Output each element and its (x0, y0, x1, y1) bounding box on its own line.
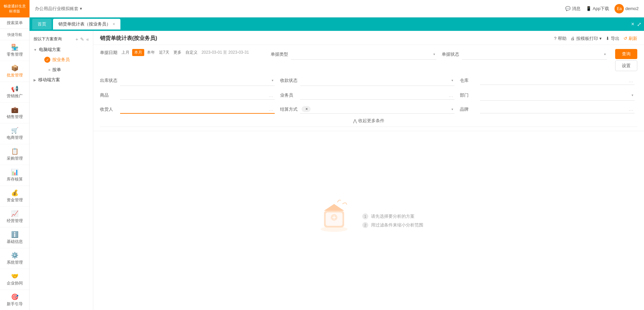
schema-by-doc[interactable]: ≡ 按单 (38, 65, 93, 75)
brand-more-icon[interactable]: … (629, 106, 633, 112)
outstatus-label: 出库状态 (100, 78, 117, 84)
settle-input-wrapper[interactable]: × ▾ (300, 105, 455, 114)
settle-method-tag-close[interactable]: × (306, 107, 308, 111)
refresh-icon: ↺ (624, 36, 627, 41)
sales-icon: 💼 (11, 106, 18, 113)
schema-by-salesperson-label: 按业务员 (52, 57, 70, 63)
message-button[interactable]: 💬 消息 (565, 6, 581, 12)
sidebar-item-sales[interactable]: 💼 销售管理 (0, 103, 29, 123)
mobile-schema-label: 移动端方案 (38, 77, 60, 83)
app-download-button[interactable]: 📱 App下载 (586, 6, 609, 12)
salesperson-more-icon[interactable]: … (448, 93, 453, 98)
empty-tip-2: 2 用过滤条件来缩小分析范围 (362, 222, 423, 228)
query-button[interactable]: 查询 (615, 49, 637, 59)
goods-input-wrapper[interactable]: … (120, 91, 275, 100)
sidebar-item-finance[interactable]: 💰 资金管理 (0, 186, 29, 207)
sidebar-item-newbie[interactable]: 🎯 新手引导 (0, 290, 29, 310)
refresh-button[interactable]: ↺ 刷新 (624, 36, 637, 42)
sidebar-item-sales-label: 销售管理 (7, 114, 23, 120)
filter-receiver-field: 收货人 … (100, 105, 277, 114)
collapse-button[interactable]: ⋀ 收起更多条件 (353, 118, 384, 124)
sub-item-icon: ≡ (48, 68, 50, 72)
receiver-input-wrapper[interactable]: … (120, 105, 275, 114)
industry-selector[interactable]: 办公用品行业模拟账套 ▾ (35, 6, 82, 12)
tab-close-icon[interactable]: × (113, 22, 115, 27)
page-title-bar: 销货单统计表(按业务员) ? 帮助 🖨 按模板打印 ▾ ⬇ 导出 (93, 31, 644, 45)
help-icon: ? (554, 36, 556, 41)
sidebar-item-wholesale[interactable]: 📦 批发管理 (0, 61, 29, 82)
filter-department-field: 部门 ▾ (457, 90, 637, 101)
export-button[interactable]: ⬇ 导出 (606, 36, 620, 42)
schema-active-badge: ✓ (44, 57, 50, 63)
sidebar-item-purchase-label: 采购管理 (7, 156, 23, 161)
pc-schema-group[interactable]: ▼ 电脑端方案 (30, 45, 93, 55)
receiptstatus-select[interactable] (302, 76, 452, 84)
page-actions: ? 帮助 🖨 按模板打印 ▾ ⬇ 导出 ↺ 刷新 (554, 36, 637, 42)
docstatus-select-wrapper[interactable]: ▾ (462, 49, 607, 60)
receiptstatus-label: 收款状态 (280, 78, 298, 84)
tab-active[interactable]: 销货单统计表（按业务员） × (53, 19, 120, 30)
date-btn-7days[interactable]: 近7天 (158, 49, 171, 56)
department-select-wrapper[interactable]: ▾ (480, 90, 635, 101)
page-title: 销货单统计表(按业务员) (100, 35, 157, 42)
sidebar-item-retail[interactable]: 🏪 零售管理 (0, 40, 29, 61)
add-schema-icon[interactable]: + (75, 37, 78, 42)
collapse-panel-icon[interactable]: « (86, 37, 89, 42)
goods-label: 商品 (100, 92, 117, 98)
tab-maximize-icon[interactable]: ⤢ (637, 21, 641, 28)
sidebar-item-marketing[interactable]: 📢 营销推广 (0, 82, 29, 103)
newbie-icon: 🎯 (11, 293, 18, 301)
export-icon: ⬇ (606, 36, 609, 41)
tab-home[interactable]: 首页 (32, 19, 52, 30)
schema-by-salesperson[interactable]: ✓ 按业务员 (38, 55, 93, 65)
sidebar-item-finance-label: 资金管理 (7, 197, 23, 203)
tip-num-1: 1 (362, 213, 368, 219)
help-button[interactable]: ? 帮助 (554, 36, 567, 42)
sidebar-item-ecommerce[interactable]: 🛒 电商管理 (0, 123, 29, 144)
tab-minimize-icon[interactable]: × (631, 21, 634, 27)
salesperson-input-wrapper[interactable]: … (300, 91, 455, 100)
sidebar-item-purchase[interactable]: 📋 采购管理 (0, 144, 29, 165)
warehouse-more-icon[interactable]: … (629, 78, 633, 83)
date-label: 单据日期 (100, 50, 117, 56)
filter-date-field: 单据日期 上月 本月 本年 近7天 更多 自定义 2023-03-01 至 20… (100, 49, 268, 56)
quick-nav-label[interactable]: 快捷导航 (6, 30, 23, 39)
mobile-schema-group[interactable]: ▶ 移动端方案 (30, 75, 93, 85)
edit-schema-icon[interactable]: ✎ (80, 37, 84, 42)
filter-docstatus-field: 单据状态 ▾ (439, 49, 610, 60)
sidebar-item-inventory[interactable]: 📊 库存核算 (0, 165, 29, 186)
receiptstatus-select-wrapper[interactable]: ▾ (300, 75, 455, 86)
date-btn-last-month[interactable]: 上月 (120, 49, 131, 56)
date-btn-custom[interactable]: 自定义 (184, 49, 199, 56)
settle-method-tag[interactable]: × (302, 106, 311, 112)
print-button[interactable]: 🖨 按模板打印 ▾ (571, 36, 602, 42)
sidebar-search[interactable]: 搜索菜单 (0, 17, 29, 29)
outstatus-select[interactable] (121, 76, 272, 84)
search-menu-label[interactable]: 搜索菜单 (7, 20, 23, 26)
empty-illustration (314, 197, 354, 244)
print-label: 按模板打印 (576, 36, 598, 42)
outstatus-select-wrapper[interactable]: ▾ (120, 75, 275, 86)
warehouse-input-wrapper[interactable]: … (480, 76, 635, 85)
doctype-select-wrapper[interactable]: ▾ (291, 49, 436, 60)
date-btn-this-month[interactable]: 本月 (132, 49, 144, 56)
settings-button[interactable]: 设置 (615, 60, 637, 71)
user-menu[interactable]: Ea demo2 (614, 4, 639, 13)
sidebar-item-basic[interactable]: ℹ️ 基础信息 (0, 227, 29, 248)
doctype-select[interactable] (292, 50, 433, 58)
empty-tip-2-text: 用过滤条件来缩小分析范围 (371, 222, 423, 228)
receiver-more-icon[interactable]: … (269, 106, 273, 112)
sidebar-item-wholesale-label: 批发管理 (7, 72, 23, 78)
department-select[interactable] (481, 91, 632, 99)
empty-svg-icon (314, 197, 354, 238)
date-btn-more[interactable]: 更多 (172, 49, 183, 56)
sidebar-item-enterprise[interactable]: 🤝 企业协同 (0, 269, 29, 290)
brand-input-wrapper[interactable]: … (480, 105, 635, 113)
date-btn-this-year[interactable]: 本年 (146, 49, 156, 56)
docstatus-select[interactable] (463, 50, 604, 58)
filter-row-4: 收货人 … 结算方式 × ▾ (100, 105, 637, 114)
goods-more-icon[interactable]: … (269, 93, 273, 98)
sidebar-item-system[interactable]: ⚙️ 系统管理 (0, 248, 29, 269)
tip-num-2: 2 (362, 222, 368, 228)
sidebar-item-operation[interactable]: 📈 经营管理 (0, 207, 29, 227)
